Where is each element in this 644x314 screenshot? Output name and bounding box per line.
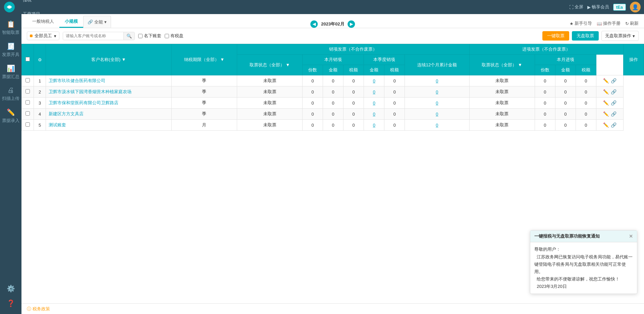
next-date-btn[interactable]: ▶	[348, 20, 355, 28]
row-no: 1	[34, 75, 46, 86]
row-view-icon[interactable]: 🔗	[611, 100, 616, 106]
sub-account-checkbox[interactable]	[138, 34, 143, 38]
row-period: 季	[171, 109, 237, 120]
employee-chevron-icon: ▾	[54, 34, 56, 39]
header-s-month-amount: 金额	[323, 65, 343, 75]
row-period: 季	[171, 86, 237, 98]
scan-upload-icon: 🖨	[7, 86, 14, 94]
member-btn[interactable]: ▶ 畅享会员	[587, 4, 609, 10]
row-s-month-tax: 0	[343, 120, 364, 131]
row-view-icon[interactable]: 🔗	[611, 111, 616, 117]
row-i-month-amount: 0	[555, 120, 576, 131]
dropdown-arrow-icon: ▾	[633, 34, 635, 39]
sidebar-item-scan-upload[interactable]: 🖨 扫描上传	[0, 83, 21, 105]
sidebar-item-ticket-summary[interactable]: 📊 票据汇总	[0, 61, 21, 83]
row-period: 季	[171, 75, 237, 86]
row-customer-name[interactable]: 卫辉市保和堂医药有限公司卫辉路店	[46, 98, 172, 109]
row-s-month-amount: 0	[323, 98, 343, 109]
tab-small-scale[interactable]: 小规模	[59, 16, 83, 28]
row-checkbox[interactable]	[25, 111, 30, 116]
row-edit-icon[interactable]: ✏️	[603, 111, 609, 117]
row-edit-icon[interactable]: ✏️	[603, 89, 609, 95]
row-customer-name[interactable]: 测试账套	[46, 120, 172, 131]
tax-policy-link[interactable]: ⓘ 税务政策	[27, 306, 50, 312]
row-checkbox-cell	[22, 120, 34, 131]
ticket-entry-icon: ✏️	[7, 108, 15, 116]
row-s-quarter-amount: 0	[364, 120, 384, 131]
search-button[interactable]: 🔍	[123, 32, 135, 40]
manual-btn[interactable]: 📖 操作手册	[597, 20, 621, 26]
row-checkbox[interactable]	[25, 122, 30, 127]
row-s-month-tax: 0	[343, 86, 364, 98]
filter-icon-period[interactable]: ▼	[220, 57, 224, 62]
row-view-icon[interactable]: 🔗	[611, 89, 616, 95]
row-period: 月	[171, 120, 237, 131]
header-input-status: 取票状态（全部） ▼	[469, 55, 535, 75]
row-s-month-tax: 0	[343, 109, 364, 120]
row-checkbox[interactable]	[25, 100, 30, 105]
tab-bar-right: ★ 新手引导 📖 操作手册 ↻ 刷新	[570, 20, 639, 28]
row-s-month-count: 0	[303, 109, 323, 120]
header-s-month-tax: 税额	[343, 65, 364, 75]
diskless-ticket-btn[interactable]: 无盘取票	[572, 31, 599, 41]
filter-icon-input-status[interactable]: ▼	[518, 62, 522, 67]
sidebar-item-smart-ticket[interactable]: 📋 智能取票	[0, 17, 21, 39]
avatar[interactable]: 👤	[630, 2, 641, 12]
row-checkbox[interactable]	[25, 78, 30, 82]
row-s-month-tax: 0	[343, 98, 364, 109]
settings-gear-icon[interactable]: ⚙	[38, 57, 42, 62]
date-nav: ◀ 2023年02月 ▶	[310, 20, 355, 28]
row-view-icon[interactable]: 🔗	[611, 78, 616, 83]
tea-badge[interactable]: tEa	[613, 4, 626, 11]
row-i-month-amount: 0	[555, 98, 576, 109]
employee-label: 全部员工	[35, 33, 52, 39]
sidebar: 📋 智能取票 🧾 发票开具 📊 票据汇总 🖨 扫描上传 ✏️ 票据录入 ⚙️ ❓	[0, 14, 21, 314]
row-checkbox[interactable]	[25, 89, 30, 93]
refresh-btn[interactable]: ↻ 刷新	[625, 20, 639, 26]
prev-date-btn[interactable]: ◀	[310, 20, 318, 28]
fullscreen-btn[interactable]: ⛶ 全屏	[569, 4, 583, 10]
filter-icon-customer[interactable]: ▼	[122, 57, 126, 62]
row-input-status: 未取票	[469, 120, 535, 131]
header-settings-col: ⚙	[34, 44, 46, 75]
row-customer-name[interactable]: 卫辉市玖玖健合医药有限公司	[46, 75, 172, 86]
sidebar-item-settings[interactable]: ⚙️	[0, 281, 21, 296]
row-checkbox-cell	[22, 109, 34, 120]
sidebar-item-ticket-entry[interactable]: ✏️ 票据录入	[0, 105, 21, 127]
diskless-operations-btn[interactable]: 无盘取票操作 ▾	[601, 31, 639, 41]
tax-disk-checkbox-label[interactable]: 有税盘	[165, 33, 183, 39]
nav-item-报税[interactable]: 报税	[19, 0, 44, 7]
row-view-icon[interactable]: 🔗	[611, 122, 616, 128]
search-input[interactable]	[63, 32, 123, 40]
row-edit-icon[interactable]: ✏️	[603, 78, 609, 83]
sidebar-item-help[interactable]: ❓	[0, 296, 21, 311]
row-i-month-tax: 0	[576, 75, 596, 86]
tab-general-taxpayer[interactable]: 一般纳税人	[27, 16, 59, 28]
tab-all-capable[interactable]: 🔗 全能 ▾	[83, 16, 111, 28]
row-s-month-count: 0	[303, 75, 323, 86]
sidebar-bottom: ⚙️ ❓	[0, 281, 21, 314]
row-actions: ✏️ 🔗	[596, 109, 623, 120]
header-input-group: 进项发票（不合作废票）	[469, 44, 623, 55]
new-guide-btn[interactable]: ★ 新手引导	[570, 20, 592, 26]
one-click-ticket-btn[interactable]: 一键取票	[542, 31, 569, 41]
sidebar-item-issue-invoice[interactable]: 🧾 发票开具	[0, 39, 21, 61]
header-customer-name: 客户名称(全部) ▼	[46, 44, 172, 75]
logo-icon[interactable]	[3, 1, 15, 13]
notification-popup: 一键报税与无盘取票功能恢复通知 ✕ 尊敬的用户： 江苏政务网已恢复访问电子税务局…	[530, 230, 637, 294]
filter-icon-sales-status[interactable]: ▼	[285, 62, 290, 67]
notification-close-btn[interactable]: ✕	[629, 234, 633, 239]
employee-select[interactable]: 全部员工 ▾	[27, 32, 59, 40]
chevron-down-icon: ▾	[104, 19, 107, 24]
row-i-month-tax: 0	[576, 120, 596, 131]
row-edit-icon[interactable]: ✏️	[603, 100, 609, 106]
header-i-month-amount: 金额	[555, 65, 576, 75]
tax-disk-checkbox[interactable]	[165, 34, 169, 38]
header-s-quarter-tax: 税额	[384, 65, 405, 75]
row-customer-name[interactable]: 新建区方方文具店	[46, 109, 172, 120]
row-edit-icon[interactable]: ✏️	[603, 122, 609, 128]
sub-account-checkbox-label[interactable]: 名下账套	[138, 33, 161, 39]
select-all-checkbox[interactable]	[25, 57, 30, 61]
row-customer-name[interactable]: 卫辉市汲水镇下园湾香烟营木种植家庭农场	[46, 86, 172, 98]
row-s-month-count: 0	[303, 120, 323, 131]
